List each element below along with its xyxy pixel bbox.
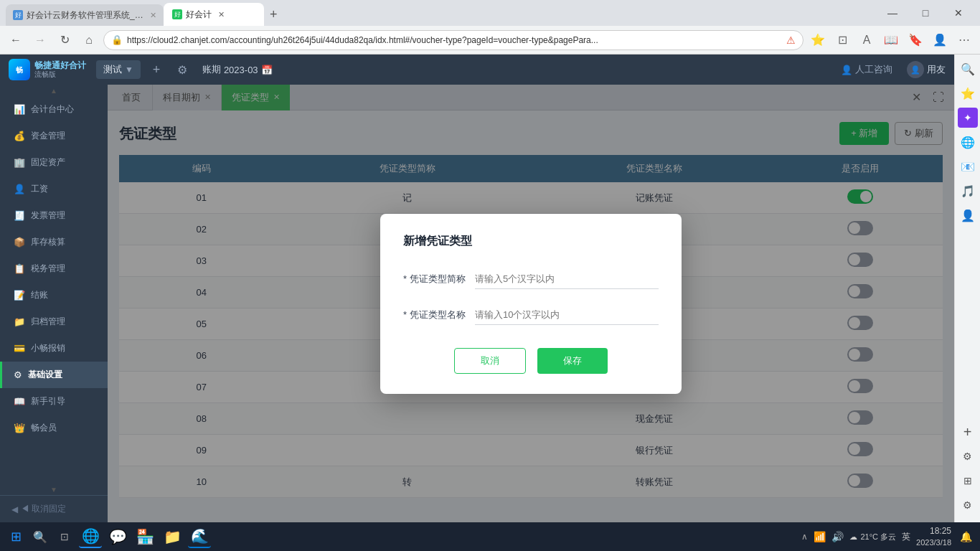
sidebar-item-archive[interactable]: 📁 归档管理: [0, 309, 108, 335]
expense-label: 小畅报销: [31, 342, 65, 354]
sidebar-item-inventory[interactable]: 📦 库存核算: [0, 229, 108, 255]
short-input[interactable]: [475, 269, 659, 289]
sidebar-item-closing[interactable]: 📝 结账: [0, 282, 108, 309]
tab1-close[interactable]: ✕: [150, 11, 156, 20]
form-group-name: * 凭证类型名称: [403, 305, 659, 325]
taskbar-explorer-button[interactable]: 📁: [161, 525, 184, 548]
sidebar-footer[interactable]: ◀ ◀ 取消固定: [0, 495, 108, 522]
sidebar-item-fund[interactable]: 💰 资金管理: [0, 123, 108, 149]
right-gear-button[interactable]: ⚙: [958, 495, 978, 515]
period-calendar-icon[interactable]: 📅: [261, 65, 273, 75]
invoice-icon: 🧾: [14, 210, 25, 221]
sidebar-item-payroll[interactable]: 👤 工资: [0, 176, 108, 202]
browser-back-button[interactable]: ←: [6, 30, 26, 50]
start-button[interactable]: ⊞: [6, 527, 26, 547]
weather-icon: ☁: [849, 532, 857, 542]
right-search-button[interactable]: 🔍: [958, 59, 978, 79]
user-info[interactable]: 👤 用友: [907, 61, 946, 78]
app-container: 畅 畅捷通好合计 流畅版 测试 ▼ + ⚙ 账期 2023-03 📅 👤 人工咨…: [0, 55, 954, 522]
name-input[interactable]: [475, 305, 659, 325]
scroll-up-indicator[interactable]: ▲: [0, 85, 108, 96]
main-layout: ▲ 📊 会计台中心 💰 资金管理 🏢 固定资产 👤 工资: [0, 85, 954, 522]
name-label: * 凭证类型名称: [403, 309, 475, 321]
favorites-button[interactable]: 🔖: [905, 30, 925, 50]
modal-title: 新增凭证类型: [403, 234, 659, 249]
collections-button[interactable]: ⭐: [808, 30, 828, 50]
taskbar-edge-button[interactable]: 🌊: [188, 525, 211, 548]
right-outlook-button[interactable]: 📧: [958, 156, 978, 176]
tab2-close[interactable]: ✕: [218, 10, 225, 19]
taskbar-chevron-icon[interactable]: ∧: [801, 532, 808, 542]
browser-right-sidebar: 🔍 ⭐ ✦ 🌐 📧 🎵 👤 + ⚙ ⊞ ⚙: [954, 55, 980, 522]
sidebar-item-fixed-assets[interactable]: 🏢 固定资产: [0, 149, 108, 176]
consult-button[interactable]: 👤 人工咨询: [841, 63, 892, 76]
expense-icon: 💳: [14, 343, 25, 354]
split-screen-button[interactable]: ⊡: [832, 30, 852, 50]
taskbar-volume-icon: 🔊: [831, 531, 844, 542]
sidebar-item-guide[interactable]: 📖 新手引导: [0, 388, 108, 415]
window-minimize-button[interactable]: —: [877, 3, 908, 23]
closing-icon: 📝: [14, 290, 25, 301]
taskbar-search-button[interactable]: 🔍: [30, 527, 50, 547]
translate-button[interactable]: A: [857, 30, 877, 50]
taskbar-store-button[interactable]: 🏪: [133, 525, 156, 548]
taskbar-browser-button[interactable]: 🌐: [79, 525, 102, 548]
browser-home-button[interactable]: ⌂: [79, 30, 99, 50]
taskbar-notification-button[interactable]: 🔔: [957, 528, 974, 545]
address-warning-icon: ⚠: [786, 34, 796, 46]
address-bar[interactable]: 🔒 https://cloud2.chanjet.com/accounting/…: [103, 30, 804, 50]
reader-button[interactable]: 📖: [881, 30, 901, 50]
browser-tab-2[interactable]: 好 好会计 ✕: [164, 3, 264, 26]
right-settings-button[interactable]: ⚙: [958, 446, 978, 466]
taskbar-chat-button[interactable]: 💬: [106, 525, 129, 548]
right-favorites-button[interactable]: ⭐: [958, 83, 978, 103]
sidebar-item-tax[interactable]: 📋 税务管理: [0, 255, 108, 282]
browser-menu-button[interactable]: ⋯: [954, 30, 974, 50]
inventory-icon: 📦: [14, 237, 25, 248]
company-selector[interactable]: 测试 ▼: [96, 60, 141, 79]
right-collections-button[interactable]: 🌐: [958, 132, 978, 152]
taskbar-task-view-button[interactable]: ⊡: [55, 527, 75, 547]
add-company-button[interactable]: +: [146, 60, 166, 80]
settings-icon: ⚙: [14, 369, 22, 380]
scroll-down-indicator[interactable]: ▼: [0, 484, 108, 495]
guide-label: 新手引导: [31, 395, 65, 408]
sidebar-item-expense[interactable]: 💳 小畅报销: [0, 335, 108, 362]
time-display[interactable]: 18:25 2023/3/18: [916, 525, 951, 548]
right-grid-button[interactable]: ⊞: [958, 471, 978, 491]
weather-info: ☁ 21°C 多云: [849, 532, 896, 542]
consult-icon: 👤: [841, 65, 852, 75]
browser-forward-button[interactable]: →: [30, 30, 50, 50]
content-area: 首页 科目期初 ✕ 凭证类型 ✕ ✕ ⛶ 凭证类型: [108, 85, 954, 522]
window-close-button[interactable]: ✕: [943, 3, 974, 23]
sidebar-item-settings[interactable]: ⚙ 基础设置: [0, 362, 108, 388]
browser-tab-1[interactable]: 好 好会计云财务软件管理系统_会计 ✕: [6, 4, 164, 26]
fixed-assets-icon: 🏢: [14, 157, 25, 168]
taskbar-lang[interactable]: 英: [902, 531, 910, 543]
sidebar-scroll: 📊 会计台中心 💰 资金管理 🏢 固定资产 👤 工资 🧾 发票管理: [0, 96, 108, 484]
sidebar-item-member[interactable]: 👑 畅会员: [0, 415, 108, 441]
closing-label: 结账: [31, 289, 48, 301]
sidebar-item-dashboard[interactable]: 📊 会计台中心: [0, 96, 108, 123]
right-copilot-button[interactable]: ✦: [958, 108, 978, 128]
browser-profile-button[interactable]: 👤: [930, 30, 950, 50]
window-maximize-button[interactable]: □: [910, 3, 941, 23]
save-button[interactable]: 保存: [537, 348, 608, 374]
right-apps-button[interactable]: 🎵: [958, 181, 978, 201]
tab1-favicon: 好: [13, 10, 23, 20]
weather-text: 21°C 多云: [860, 532, 896, 542]
new-tab-button[interactable]: +: [265, 3, 282, 26]
unpin-label: ◀ 取消固定: [21, 503, 66, 515]
company-settings-button[interactable]: ⚙: [172, 60, 192, 80]
taskbar-right: ∧ 📶 🔊 ☁ 21°C 多云 英 18:25 2023/3/18 🔔: [801, 525, 974, 548]
cancel-button[interactable]: 取消: [454, 348, 526, 374]
modal-overlay[interactable]: 新增凭证类型 * 凭证类型简称 * 凭证类型名称 取消 保存: [108, 85, 954, 522]
browser-refresh-button[interactable]: ↻: [55, 30, 75, 50]
sidebar-item-invoice[interactable]: 🧾 发票管理: [0, 202, 108, 229]
company-dropdown-icon: ▼: [125, 65, 133, 75]
secure-icon: 🔒: [111, 34, 123, 45]
right-profile-button[interactable]: 👤: [958, 205, 978, 225]
user-avatar: 👤: [907, 61, 924, 78]
modal-dialog: 新增凭证类型 * 凭证类型简称 * 凭证类型名称 取消 保存: [380, 214, 682, 394]
right-add-button[interactable]: +: [958, 422, 978, 442]
